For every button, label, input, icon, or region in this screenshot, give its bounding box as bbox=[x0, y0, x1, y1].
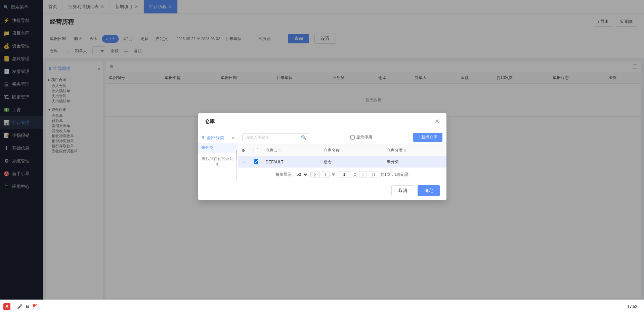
col-warehouse-category-label: 仓库分类 bbox=[387, 148, 403, 153]
uncategorized-label: 未分类 bbox=[201, 145, 213, 150]
scrollbar-track bbox=[236, 150, 237, 181]
cancel-button[interactable]: 取消 bbox=[391, 185, 414, 196]
dialog-page-input[interactable] bbox=[338, 171, 351, 178]
show-disabled-label[interactable]: 显示停用 bbox=[350, 134, 372, 140]
dialog-total-text: 共1页，1条记录 bbox=[380, 172, 409, 178]
dialog-close-button[interactable]: ✕ bbox=[435, 118, 440, 125]
dialog-toolbar: 🔍 显示停用 + 新增仓库 bbox=[238, 130, 446, 145]
taskbar-clock: 17:52 bbox=[627, 304, 641, 309]
dialog-left-panel: ⠿ 全部分类 « 未分类 未找到任何经营历史 bbox=[198, 130, 238, 181]
taskbar-icon-flag[interactable]: 🚩 bbox=[32, 304, 38, 309]
dialog-prev-page-btn[interactable]: ⟨ bbox=[322, 171, 330, 178]
dialog-header: 仓库 ✕ bbox=[198, 113, 446, 130]
col-warehouse-category-header[interactable]: 仓库分类 ⇅ bbox=[383, 145, 446, 156]
uncategorized-item[interactable]: 未分类 bbox=[198, 143, 238, 153]
sort-icon-name: ⇅ bbox=[341, 149, 344, 152]
taskbar-icon-dot: · bbox=[13, 304, 14, 309]
dialog-pagination: 每页显示 50 ⟨⟨ ⟨ 第 页 ⟩ ⟩⟩ 共1页，1条记录 bbox=[238, 168, 446, 181]
dialog-first-page-btn[interactable]: ⟨⟨ bbox=[310, 171, 320, 178]
row-checkbox[interactable] bbox=[250, 156, 262, 168]
col-warehouse-code-header[interactable]: 仓库... ⇅ bbox=[262, 145, 320, 156]
col-checkbox-header[interactable] bbox=[250, 145, 262, 156]
taskbar-icon-mic[interactable]: 🎤 bbox=[17, 304, 23, 309]
all-categories-label: 全部分类 bbox=[207, 135, 224, 141]
dialog-table-header-row: ⚙ 仓库... ⇅ 仓库名称 ⇅ bbox=[238, 145, 446, 156]
col-warehouse-name-label: 仓库名称 bbox=[324, 148, 340, 153]
dialog-table-wrapper: ⚙ 仓库... ⇅ 仓库名称 ⇅ bbox=[238, 145, 446, 168]
show-disabled-text: 显示停用 bbox=[356, 134, 372, 140]
taskbar-icon-s[interactable]: S bbox=[3, 303, 10, 310]
taskbar-icon-screen[interactable]: 🖥 bbox=[25, 304, 30, 309]
all-categories-header[interactable]: ⠿ 全部分类 « bbox=[198, 133, 238, 143]
dialog-table-row[interactable]: ⚙ DEFAULT 总仓 未分类 bbox=[238, 156, 446, 168]
dialog-page-unit: 页 bbox=[353, 172, 357, 178]
panel-collapse-btn[interactable]: « bbox=[232, 135, 234, 141]
no-result-text: 未找到任何经营历史 bbox=[198, 153, 238, 171]
col-warehouse-name-header[interactable]: 仓库名称 ⇅ bbox=[320, 145, 383, 156]
dialog-last-page-btn[interactable]: ⟩⟩ bbox=[369, 171, 378, 178]
row-name: 总仓 bbox=[320, 156, 383, 168]
search-box: 🔍 bbox=[242, 133, 309, 141]
grid-icon-2: ⠿ bbox=[201, 135, 205, 141]
sort-icon-category: ⇅ bbox=[404, 149, 406, 152]
col-settings-header[interactable]: ⚙ bbox=[238, 145, 250, 156]
confirm-button[interactable]: 确定 bbox=[418, 185, 440, 196]
show-disabled-checkbox[interactable] bbox=[350, 135, 355, 140]
dialog-footer: 取消 确定 bbox=[198, 181, 446, 200]
dialog-per-page-label: 每页显示 bbox=[275, 172, 292, 178]
row-code: DEFAULT bbox=[262, 156, 320, 168]
col-warehouse-code-label: 仓库... bbox=[266, 148, 277, 153]
taskbar: S · 🎤 🖥 🚩 17:52 bbox=[0, 300, 644, 313]
dialog-page-label: 第 bbox=[332, 172, 336, 178]
dialog-data-table: ⚙ 仓库... ⇅ 仓库名称 ⇅ bbox=[238, 145, 446, 168]
search-input[interactable] bbox=[245, 135, 299, 140]
select-all-dialog-checkbox[interactable] bbox=[254, 148, 258, 152]
scrollbar-thumb[interactable] bbox=[236, 150, 237, 160]
taskbar-items: S · 🎤 🖥 🚩 bbox=[3, 303, 627, 310]
warehouse-dialog: 仓库 ✕ ⠿ 全部分类 « 未分类 未找到任何经营历史 bbox=[198, 113, 446, 200]
dialog-right-panel: 🔍 显示停用 + 新增仓库 ⚙ bbox=[238, 130, 446, 181]
dialog-title: 仓库 bbox=[205, 118, 215, 125]
dialog-body: ⠿ 全部分类 « 未分类 未找到任何经营历史 bbox=[198, 130, 446, 181]
add-warehouse-button[interactable]: + 新增仓库 bbox=[413, 133, 442, 142]
modal-overlay: 仓库 ✕ ⠿ 全部分类 « 未分类 未找到任何经营历史 bbox=[0, 0, 644, 313]
row-category: 未分类 bbox=[383, 156, 446, 168]
search-icon-2: 🔍 bbox=[301, 135, 306, 140]
dialog-per-page-select[interactable]: 50 bbox=[294, 171, 308, 178]
sort-icon-code: ⇅ bbox=[278, 149, 281, 152]
row-settings-icon[interactable]: ⚙ bbox=[238, 156, 250, 168]
dialog-next-page-btn[interactable]: ⟩ bbox=[359, 171, 367, 178]
